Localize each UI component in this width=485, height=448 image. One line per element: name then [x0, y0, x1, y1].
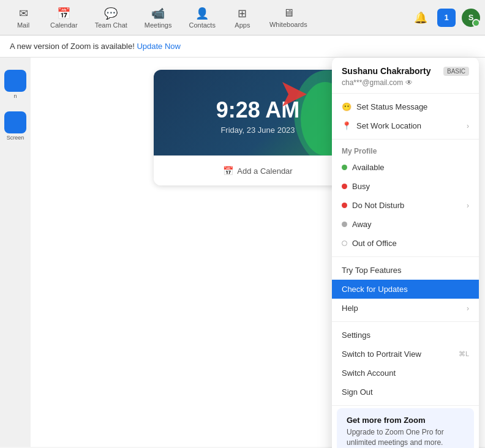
nav-item-team-chat[interactable]: 💬 Team Chat: [86, 3, 136, 32]
try-top-features-label: Try Top Features: [342, 266, 402, 275]
sidebar-app-2-label: Screen: [7, 135, 24, 141]
dropdown-sign-out[interactable]: Sign Out: [332, 383, 479, 401]
nav-label-meetings: Meetings: [145, 21, 172, 29]
dropdown-username: Sushanu Chakraborty: [342, 66, 430, 76]
dropdown-set-work-location[interactable]: 📍 Set Work Location ›: [332, 116, 479, 135]
dropdown-email: cha***@gmail.com 👁: [342, 78, 469, 87]
dropdown-help[interactable]: Help ›: [332, 299, 479, 318]
update-banner-text: A new version of Zoom is available!: [10, 42, 135, 51]
contacts-icon: 👤: [195, 7, 209, 20]
meetings-icon: 📹: [151, 7, 165, 20]
sidebar-app-2-icon[interactable]: [4, 111, 26, 133]
dnd-dot-icon: [342, 203, 347, 208]
set-work-location-label: Set Work Location: [356, 121, 421, 130]
nav-item-calendar[interactable]: 📅 Calendar: [42, 3, 86, 32]
emoji-icon: 😶: [342, 102, 352, 111]
nav-label-apps: Apps: [235, 21, 250, 29]
dropdown-set-status-message[interactable]: 😶 Set Status Message: [332, 97, 479, 116]
check-updates-label: Check for Updates: [342, 285, 408, 294]
team-chat-icon: 💬: [104, 7, 118, 20]
my-profile-label: My Profile: [332, 143, 479, 158]
calendar-icon: 📅: [57, 7, 70, 20]
arrow-decoration: [276, 76, 313, 115]
help-label: Help: [342, 304, 358, 313]
nav-item-meetings[interactable]: 📹 Meetings: [136, 3, 181, 32]
sidebar-app-1-wrap: n: [4, 70, 26, 99]
user-avatar[interactable]: S: [462, 9, 480, 27]
nav-item-mail[interactable]: ✉ Mail: [5, 3, 42, 32]
promo-text: Upgrade to Zoom One Pro for unlimited me…: [347, 427, 464, 448]
apps-icon: ⊞: [238, 7, 247, 20]
dropdown-status-available[interactable]: Available: [332, 158, 479, 177]
top-nav: ✉ Mail 📅 Calendar 💬 Team Chat 📹 Meetings…: [0, 0, 485, 35]
dropdown-settings-section: Settings Switch to Portrait View ⌘L Swit…: [332, 322, 479, 406]
svg-marker-0: [282, 82, 307, 106]
nav-label-mail: Mail: [17, 21, 29, 29]
nav-label-whiteboards: Whiteboards: [269, 21, 307, 28]
promo-title: Get more from Zoom: [347, 416, 464, 425]
update-now-link[interactable]: Update Now: [137, 42, 181, 51]
set-status-left: 😶 Set Status Message: [342, 102, 427, 111]
mail-icon: ✉: [19, 7, 28, 20]
add-calendar-label: Add a Calendar: [237, 166, 292, 176]
settings-label: Settings: [342, 330, 370, 340]
whiteboards-icon: 🖥: [283, 7, 294, 20]
eye-off-icon: 👁: [405, 78, 413, 87]
dropdown-set-status-section: 😶 Set Status Message 📍 Set Work Location…: [332, 94, 479, 140]
dropdown-check-for-updates[interactable]: Check for Updates: [332, 280, 479, 299]
notifications-bell-icon[interactable]: 🔔: [410, 7, 431, 28]
set-status-label: Set Status Message: [356, 102, 427, 111]
switch-portrait-shortcut: ⌘L: [459, 350, 469, 358]
left-sidebar: n Screen: [0, 58, 31, 447]
dropdown-status-busy[interactable]: Busy: [332, 177, 479, 196]
nav-label-team-chat: Team Chat: [95, 21, 127, 29]
dropdown-try-top-features[interactable]: Try Top Features: [332, 261, 479, 280]
sidebar-app-2-wrap: Screen: [4, 111, 26, 141]
dropdown-switch-portrait[interactable]: Switch to Portrait View ⌘L: [332, 345, 479, 364]
available-dot-icon: [342, 165, 347, 170]
busy-dot-icon: [342, 184, 347, 189]
user-dropdown-menu: Sushanu Chakraborty BASIC cha***@gmail.c…: [332, 58, 479, 448]
away-dot-icon: [342, 222, 347, 227]
dropdown-header: Sushanu Chakraborty BASIC cha***@gmail.c…: [332, 58, 479, 94]
nav-label-contacts: Contacts: [189, 21, 215, 29]
sidebar-app-1-icon[interactable]: [4, 70, 26, 92]
dropdown-status-out-of-office[interactable]: Out of Office: [332, 234, 479, 253]
out-of-office-dot-icon: [342, 241, 347, 246]
location-icon: 📍: [342, 121, 352, 130]
nav-item-contacts[interactable]: 👤 Contacts: [180, 3, 224, 32]
help-chevron-icon: ›: [467, 304, 469, 313]
nav-item-apps[interactable]: ⊞ Apps: [224, 3, 261, 32]
dropdown-header-top: Sushanu Chakraborty BASIC: [342, 66, 469, 76]
dropdown-promo-section: Get more from Zoom Upgrade to Zoom One P…: [337, 408, 474, 448]
update-banner: A new version of Zoom is available! Upda…: [0, 35, 485, 58]
dropdown-features-section: Try Top Features Check for Updates Help …: [332, 257, 479, 322]
calendar-top: 9:28 AM Friday, 23 June 2023: [154, 70, 362, 155]
main-content: n Screen 9:28 AM Friday, 23 June 2023 📅 …: [0, 58, 485, 447]
set-work-location-chevron-icon: ›: [467, 122, 469, 130]
avatar-blue[interactable]: 1: [437, 9, 456, 27]
dropdown-profile-section: My Profile Available Busy Do Not Disturb: [332, 140, 479, 257]
dropdown-badge: BASIC: [443, 67, 469, 76]
sidebar-app-1-label: n: [13, 93, 17, 99]
time-display: 9:28 AM: [168, 97, 347, 123]
set-work-location-left: 📍 Set Work Location: [342, 121, 421, 130]
nav-item-whiteboards[interactable]: 🖥 Whiteboards: [261, 3, 316, 32]
nav-label-calendar: Calendar: [50, 21, 78, 29]
dropdown-switch-account[interactable]: Switch Account: [332, 364, 479, 383]
dropdown-settings[interactable]: Settings: [332, 326, 479, 345]
switch-portrait-label: Switch to Portrait View: [342, 349, 421, 359]
calendar-small-icon: 📅: [223, 166, 233, 176]
switch-account-label: Switch Account: [342, 368, 396, 378]
dnd-chevron-icon: ›: [467, 201, 469, 210]
dropdown-status-away[interactable]: Away: [332, 215, 479, 234]
sign-out-label: Sign Out: [342, 387, 373, 397]
date-display: Friday, 23 June 2023: [168, 125, 347, 135]
calendar-bottom[interactable]: 📅 Add a Calendar: [154, 155, 362, 185]
calendar-card: 9:28 AM Friday, 23 June 2023 📅 Add a Cal…: [154, 70, 362, 185]
dropdown-status-dnd[interactable]: Do Not Disturb ›: [332, 196, 479, 215]
